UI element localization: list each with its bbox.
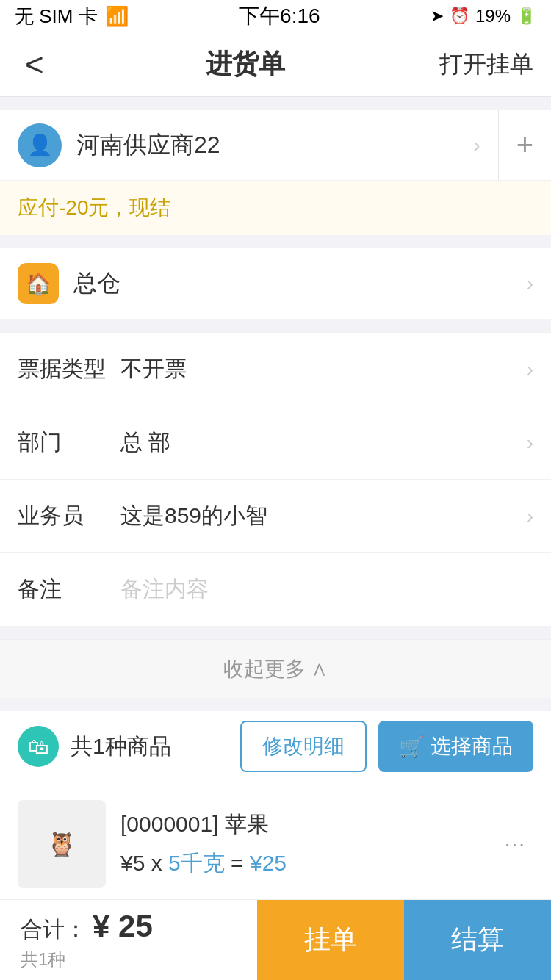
warehouse-name: 总仓 — [73, 267, 527, 300]
select-product-label: 选择商品 — [431, 732, 513, 760]
products-count: 共1种商品 — [71, 732, 240, 762]
back-button[interactable]: < — [18, 39, 51, 90]
equals-sign: = — [231, 851, 250, 875]
invoice-label: 票据类型 — [18, 354, 120, 384]
quantity-value: 5千克 — [168, 851, 225, 875]
home-icon: 🏠 — [26, 272, 51, 296]
shopping-icon: 🛍 — [28, 735, 48, 759]
invoice-value: 不开票 — [120, 354, 527, 384]
salesman-value: 这是859的小智 — [120, 501, 527, 531]
product-code: [0000001] — [120, 812, 218, 836]
status-bar: 无 SIM 卡 📶 下午6:16 ➤ ⏰ 19% 🔋 — [0, 0, 551, 32]
department-label: 部门 — [18, 428, 120, 458]
note-placeholder: 备注内容 — [120, 574, 533, 605]
open-pending-button[interactable]: 打开挂单 — [439, 48, 533, 81]
product-price: ¥5 x 5千克 = ¥25 — [120, 849, 483, 879]
product-info: [0000001] 苹果 ¥5 x 5千克 = ¥25 — [120, 810, 483, 879]
price-value: ¥5 — [120, 851, 145, 875]
carrier-text: 无 SIM 卡 — [15, 4, 98, 29]
chevron-right-icon: › — [527, 358, 533, 381]
status-carrier: 无 SIM 卡 📶 — [15, 4, 129, 29]
product-thumb-icon: 🦉 — [47, 830, 76, 858]
department-value: 总 部 — [120, 428, 527, 458]
supplier-section: 👤 河南供应商22 › + 应付-20元，现结 — [0, 110, 551, 235]
product-title: 苹果 — [225, 812, 269, 836]
bottom-bar: 合计： ¥ 25 共1种 挂单 结算 — [0, 899, 551, 980]
status-time: 下午6:16 — [239, 2, 320, 30]
nav-title: 进货单 — [206, 46, 285, 82]
nav-bar: < 进货单 打开挂单 — [0, 32, 551, 97]
wifi-icon: 📶 — [105, 5, 129, 28]
collapse-label: 收起更多 ∧ — [223, 655, 328, 683]
department-row[interactable]: 部门 总 部 › — [0, 406, 551, 479]
status-right: ➤ ⏰ 19% 🔋 — [431, 6, 536, 26]
alarm-icon: ⏰ — [450, 7, 469, 26]
supplier-name: 河南供应商22 — [76, 129, 473, 162]
product-thumbnail: 🦉 — [18, 800, 106, 888]
more-options-button[interactable]: ··· — [497, 825, 533, 863]
avatar-icon: 👤 — [27, 133, 53, 157]
checkout-button[interactable]: 结算 — [404, 900, 551, 981]
battery-icon: 🔋 — [516, 7, 536, 26]
warehouse-section: 🏠 总仓 › — [0, 248, 551, 319]
product-item: 🦉 [0000001] 苹果 ¥5 x 5千克 = ¥25 ··· — [0, 782, 551, 906]
location-icon: ➤ — [431, 7, 444, 26]
total-text: 合计： — [21, 915, 87, 945]
collapse-bar[interactable]: 收起更多 ∧ — [0, 639, 551, 698]
payment-notice: 应付-20元，现结 — [0, 181, 551, 235]
total-amount: ¥ 25 — [93, 909, 153, 944]
edit-detail-button[interactable]: 修改明细 — [240, 721, 367, 772]
note-label: 备注 — [18, 574, 120, 605]
subtotal-value: ¥25 — [250, 851, 287, 875]
total-section: 合计： ¥ 25 共1种 — [0, 909, 257, 971]
total-label: 合计： ¥ 25 — [21, 909, 257, 945]
products-section: 🛍 共1种商品 修改明细 🛒 选择商品 🦉 [0000001] 苹果 ¥5 x … — [0, 711, 551, 906]
supplier-avatar: 👤 — [18, 123, 62, 167]
warehouse-row[interactable]: 🏠 总仓 › — [0, 248, 551, 319]
note-row[interactable]: 备注 备注内容 — [0, 552, 551, 626]
products-icon: 🛍 — [18, 726, 59, 767]
chevron-right-icon: › — [527, 505, 533, 528]
products-actions: 修改明细 🛒 选择商品 — [240, 721, 533, 772]
multiply-sign: x — [151, 851, 168, 875]
salesman-row[interactable]: 业务员 这是859的小智 › — [0, 479, 551, 552]
battery-text: 19% — [475, 6, 511, 26]
chevron-right-icon: › — [527, 431, 533, 455]
products-header: 🛍 共1种商品 修改明细 🛒 选择商品 — [0, 711, 551, 782]
select-product-button[interactable]: 🛒 选择商品 — [378, 721, 533, 772]
supplier-row[interactable]: 👤 河南供应商22 › + — [0, 110, 551, 181]
total-count: 共1种 — [21, 948, 257, 971]
invoice-type-row[interactable]: 票据类型 不开票 › — [0, 332, 551, 406]
cart-icon: 🛒 — [399, 735, 425, 759]
salesman-label: 业务员 — [18, 501, 120, 531]
add-supplier-button[interactable]: + — [498, 110, 533, 181]
form-section: 票据类型 不开票 › 部门 总 部 › 业务员 这是859的小智 › 备注 备注… — [0, 332, 551, 626]
hang-order-button[interactable]: 挂单 — [257, 900, 404, 981]
warehouse-icon: 🏠 — [18, 263, 59, 304]
chevron-right-icon: › — [527, 272, 533, 295]
product-name: [0000001] 苹果 — [120, 810, 483, 840]
chevron-right-icon: › — [473, 134, 480, 157]
